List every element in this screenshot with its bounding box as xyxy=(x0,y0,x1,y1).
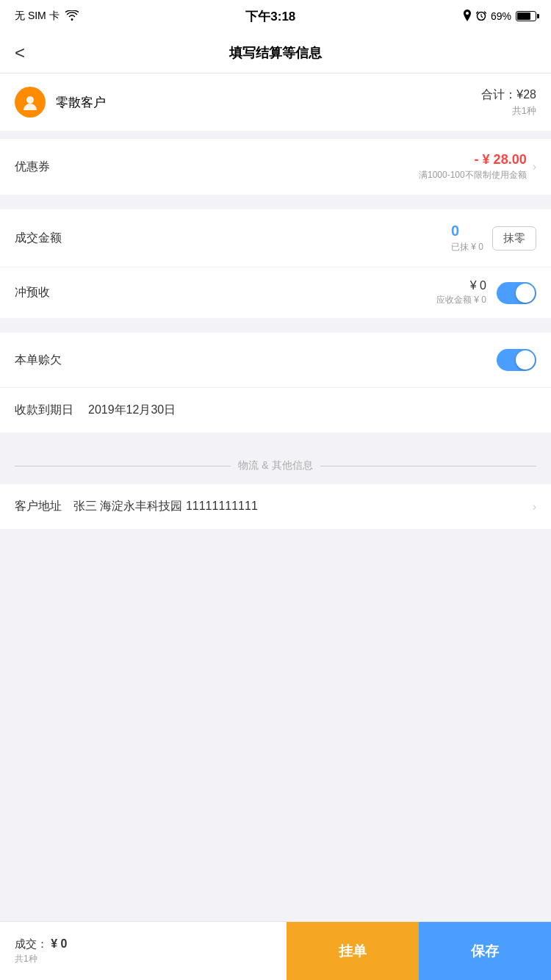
prereceive-right: ¥ 0 应收金额 ¥ 0 xyxy=(436,279,536,306)
coupon-discount: - ¥ 28.00 xyxy=(419,152,527,167)
status-time: 下午3:18 xyxy=(245,8,295,25)
deal-section: 成交金额 0 已抹 ¥ 0 抹零 冲预收 ¥ 0 应收金额 ¥ 0 xyxy=(0,209,551,318)
round-button[interactable]: 抹零 xyxy=(492,226,536,251)
wifi-icon xyxy=(65,10,79,23)
divider-3 xyxy=(0,440,551,447)
prereceive-row: 冲预收 ¥ 0 应收金额 ¥ 0 xyxy=(0,267,551,318)
debit-toggle[interactable] xyxy=(497,349,536,371)
coupon-value-block: - ¥ 28.00 满1000-100不限制使用金额 xyxy=(419,152,527,181)
content: 零散客户 合计：¥28 共1种 优惠券 - ¥ 28.00 满1000-100不… xyxy=(0,73,551,595)
back-button[interactable]: < xyxy=(9,37,31,69)
deal-amount-value: 0 xyxy=(451,223,483,239)
due-date-row[interactable]: 收款到期日 2019年12月30日 xyxy=(0,387,551,433)
bottom-info: 成交： ¥ 0 共1种 xyxy=(0,937,287,965)
customer-total: 合计：¥28 xyxy=(481,87,536,103)
due-date-value: 2019年12月30日 xyxy=(88,403,176,418)
battery-icon xyxy=(516,11,536,21)
coupon-label: 优惠券 xyxy=(15,159,50,175)
bottom-deal-label: 成交： xyxy=(15,937,48,950)
address-row[interactable]: 客户地址 张三 海淀永丰科技园 11111111111 › xyxy=(0,484,551,529)
customer-right: 合计：¥28 共1种 xyxy=(481,87,536,118)
divider-2 xyxy=(0,325,551,333)
bottom-count: 共1种 xyxy=(15,953,272,965)
debit-row: 本单赊欠 xyxy=(0,333,551,387)
status-bar: 无 SIM 卡 下午3:18 69% xyxy=(0,0,551,32)
nav-bar: < 填写结算等信息 xyxy=(0,32,551,73)
page-title: 填写结算等信息 xyxy=(229,44,322,62)
no-sim-text: 无 SIM 卡 xyxy=(15,10,60,23)
coupon-row[interactable]: 优惠券 - ¥ 28.00 满1000-100不限制使用金额 › xyxy=(0,138,551,195)
due-date-label: 收款到期日 xyxy=(15,403,73,418)
save-button[interactable]: 保存 xyxy=(419,922,551,981)
customer-name: 零散客户 xyxy=(56,94,106,111)
prereceive-amount: ¥ 0 xyxy=(436,279,486,292)
bottom-bar: 成交： ¥ 0 共1种 挂单 保存 xyxy=(0,921,551,980)
battery-text: 69% xyxy=(491,10,511,22)
status-left: 无 SIM 卡 xyxy=(15,10,79,23)
bottom-deal: 成交： ¥ 0 xyxy=(15,937,272,951)
address-value: 张三 海淀永丰科技园 11111111111 xyxy=(73,499,521,514)
svg-point-0 xyxy=(466,12,469,15)
chevron-right-icon: › xyxy=(533,160,536,173)
logistics-label: 物流 & 其他信息 xyxy=(238,459,312,472)
logistics-header: 物流 & 其他信息 xyxy=(0,447,551,484)
pending-button[interactable]: 挂单 xyxy=(287,922,419,981)
address-chevron-icon: › xyxy=(533,500,536,514)
prereceive-toggle[interactable] xyxy=(497,282,536,304)
divider-line-right xyxy=(320,466,536,466)
alarm-icon xyxy=(476,10,486,23)
divider-1 xyxy=(0,202,551,209)
coupon-right: - ¥ 28.00 满1000-100不限制使用金额 › xyxy=(419,152,536,181)
deal-right: 0 已抹 ¥ 0 抹零 xyxy=(451,223,536,253)
prereceive-label: 冲预收 xyxy=(15,285,50,300)
debit-section: 本单赊欠 收款到期日 2019年12月30日 xyxy=(0,333,551,433)
bottom-deal-amount: ¥ 0 xyxy=(51,937,67,950)
location-icon xyxy=(463,10,472,24)
avatar xyxy=(15,87,46,118)
deal-amount-label: 成交金额 xyxy=(15,231,62,246)
prereceive-sub: 应收金额 ¥ 0 xyxy=(436,294,486,306)
address-section: 客户地址 张三 海淀永丰科技园 11111111111 › xyxy=(0,484,551,529)
coupon-section: 优惠券 - ¥ 28.00 满1000-100不限制使用金额 › xyxy=(0,138,551,195)
toggle-knob xyxy=(516,284,535,303)
deal-sub-label: 已抹 ¥ 0 xyxy=(451,241,483,253)
deal-value-block: 0 已抹 ¥ 0 xyxy=(451,223,483,253)
address-label: 客户地址 xyxy=(15,499,62,514)
deal-amount-row: 成交金额 0 已抹 ¥ 0 抹零 xyxy=(0,209,551,267)
prereceive-amounts: ¥ 0 应收金额 ¥ 0 xyxy=(436,279,486,306)
customer-row: 零散客户 合计：¥28 共1种 xyxy=(0,73,551,131)
customer-section: 零散客户 合计：¥28 共1种 xyxy=(0,73,551,131)
debit-toggle-knob xyxy=(516,350,535,370)
customer-left: 零散客户 xyxy=(15,87,106,118)
status-right: 69% xyxy=(463,10,536,24)
coupon-description: 满1000-100不限制使用金额 xyxy=(419,169,527,181)
debit-label: 本单赊欠 xyxy=(15,353,62,368)
divider-line-left xyxy=(15,466,231,466)
svg-point-2 xyxy=(26,96,34,104)
customer-count: 共1种 xyxy=(481,104,536,118)
